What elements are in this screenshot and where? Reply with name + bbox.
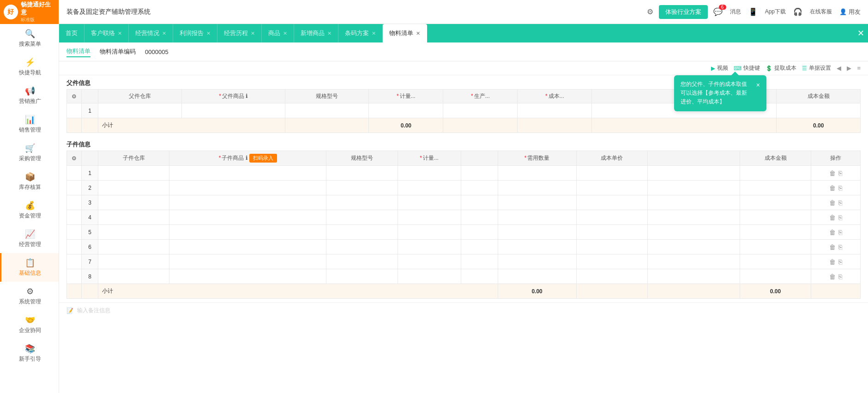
nav-tab-利润报告[interactable]: 利润报告✕ [173,24,217,42]
delete-icon[interactable]: 🗑 [829,258,836,266]
copy-icon[interactable]: ⎘ [838,258,842,266]
copy-icon[interactable]: ⎘ [838,184,842,192]
user-menu[interactable]: 👤 用友 [839,8,861,16]
sub-nav-bill-list[interactable]: 物料清单 [66,46,90,57]
sidebar-item-资金管理[interactable]: 💰资金管理 [0,196,59,224]
close-all-tabs-btn[interactable]: ✕ [857,28,868,38]
child-row-qty[interactable] [498,225,576,240]
settings-icon[interactable]: ⚙ [647,7,653,16]
delete-icon[interactable]: 🗑 [829,199,836,206]
child-row-spec[interactable] [326,166,398,181]
child-row-spec[interactable] [326,210,398,225]
child-row-unit[interactable] [398,240,461,254]
child-row-qty[interactable] [498,166,576,181]
child-row-product[interactable] [169,269,326,284]
sidebar-item-搜索菜单[interactable]: 🔍搜索菜单 [0,24,59,53]
delete-icon[interactable]: 🗑 [829,184,836,192]
child-row-unit-cost[interactable] [576,210,647,225]
nav-next-btn[interactable]: ▶ [847,65,851,72]
child-row-product[interactable] [169,210,326,225]
sidebar-item-系统管理[interactable]: ⚙系统管理 [0,282,59,310]
tab-close-btn[interactable]: ✕ [283,30,287,36]
scan-btn[interactable]: 扫码录入 [249,154,277,163]
trial-btn[interactable]: 体验行业方案 [659,5,708,19]
tab-close-btn[interactable]: ✕ [372,30,376,36]
shortcut-btn[interactable]: ⌨ 快捷键 [734,64,760,72]
child-row-unit[interactable] [398,225,461,240]
tab-close-btn[interactable]: ✕ [251,30,255,36]
child-row-spec[interactable] [326,240,398,254]
tooltip-close-btn[interactable]: × [756,80,760,90]
sidebar-item-企业协同[interactable]: 🤝企业协同 [0,310,59,339]
child-row-unit[interactable] [398,254,461,269]
delete-icon[interactable]: 🗑 [829,229,836,236]
child-row-product[interactable] [169,166,326,181]
child-row-warehouse[interactable] [98,181,169,195]
child-row-unit-cost[interactable] [576,240,647,254]
child-row-qty[interactable] [498,254,576,269]
child-row-qty[interactable] [498,181,576,195]
child-row-unit-cost[interactable] [576,254,647,269]
view-btn[interactable]: ▶ 视频 [711,64,728,72]
child-row-spec[interactable] [326,195,398,210]
child-row-unit-cost[interactable] [576,166,647,181]
sidebar-item-采购管理[interactable]: 🛒采购管理 [0,139,59,167]
tab-close-btn[interactable]: ✕ [206,30,211,36]
child-row-spec[interactable] [326,181,398,195]
child-row-product[interactable] [169,181,326,195]
single-settings-btn[interactable]: ☰ 单据设置 [802,64,831,72]
child-row-qty[interactable] [498,269,576,284]
child-row-unit[interactable] [398,195,461,210]
parent-row-produce[interactable] [443,103,518,118]
tab-close-btn[interactable]: ✕ [118,30,122,36]
child-row-product[interactable] [169,254,326,269]
child-row-spec[interactable] [326,254,398,269]
sidebar-item-经营管理[interactable]: 📈经营管理 [0,224,59,253]
child-row-unit[interactable] [398,210,461,225]
nav-tab-经营历程[interactable]: 经营历程✕ [217,24,262,42]
child-row-qty[interactable] [498,195,576,210]
child-row-unit[interactable] [398,166,461,181]
nav-tab-商品[interactable]: 商品✕ [262,24,294,42]
child-row-unit-cost[interactable] [576,269,647,284]
child-row-warehouse[interactable] [98,225,169,240]
copy-icon[interactable]: ⎘ [838,273,842,280]
child-row-unit-cost[interactable] [576,195,647,210]
parent-row-warehouse[interactable] [98,103,182,118]
sidebar-item-营销推广[interactable]: 📢营销推广 [0,81,59,110]
parent-row-unit[interactable] [369,103,443,118]
sidebar-item-基础信息[interactable]: 📋基础信息 [0,253,59,282]
child-row-spec[interactable] [326,269,398,284]
child-row-product[interactable] [169,240,326,254]
tab-close-btn[interactable]: ✕ [327,30,332,36]
nav-tab-新增商品[interactable]: 新增商品✕ [294,24,338,42]
copy-icon[interactable]: ⎘ [838,243,842,251]
delete-icon[interactable]: 🗑 [829,169,836,177]
child-row-warehouse[interactable] [98,195,169,210]
note-placeholder[interactable]: 输入备注信息 [77,307,110,314]
nav-tab-客户联络[interactable]: 客户联络✕ [84,24,129,42]
delete-icon[interactable]: 🗑 [829,273,836,280]
child-row-warehouse[interactable] [98,240,169,254]
sidebar-item-销售管理[interactable]: 📊销售管理 [0,110,59,139]
nav-prev-btn[interactable]: ◀ [837,65,841,72]
nav-tab-物料清单[interactable]: 物料清单✕ [383,24,427,42]
nav-tab-经营情况[interactable]: 经营情况✕ [129,24,173,42]
tab-close-btn[interactable]: ✕ [416,30,420,36]
child-row-unit[interactable] [398,269,461,284]
parent-row-cost[interactable] [518,103,592,118]
child-row-product[interactable] [169,225,326,240]
nav-tab-条码方案[interactable]: 条码方案✕ [338,24,383,42]
child-row-unit[interactable] [398,181,461,195]
message-icon-btn[interactable]: 💬 6 [713,7,723,16]
parent-row-product[interactable] [182,103,285,118]
child-row-warehouse[interactable] [98,166,169,181]
copy-icon[interactable]: ⎘ [838,214,842,221]
online-service-icon[interactable]: 🎧 [793,7,802,16]
delete-icon[interactable]: 🗑 [829,214,836,221]
copy-icon[interactable]: ⎘ [838,169,842,177]
child-row-unit-cost[interactable] [576,225,647,240]
app-download-icon[interactable]: 📱 [748,7,758,16]
child-row-warehouse[interactable] [98,269,169,284]
nav-list-btn[interactable]: ≡ [857,65,861,72]
